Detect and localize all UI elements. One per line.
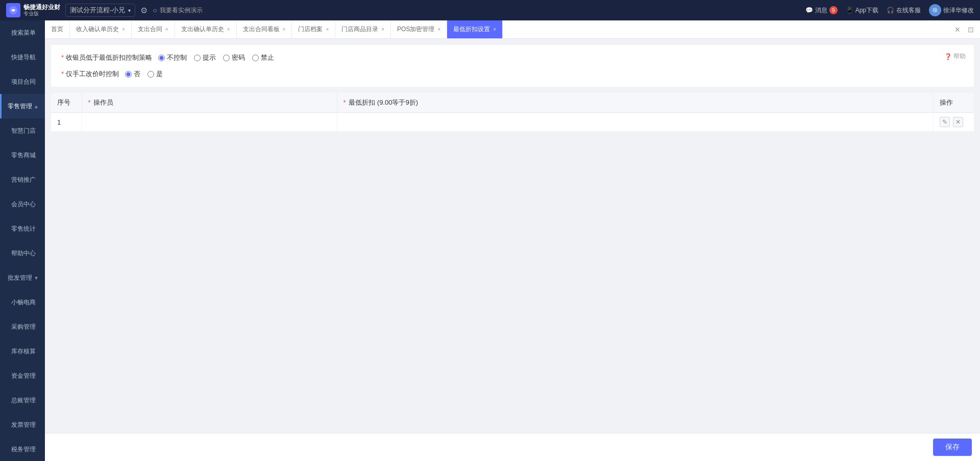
radio-password[interactable]: 密码 <box>223 53 245 62</box>
inventory-label: 库存核算 <box>11 347 36 356</box>
topbar-right: 💬 消息 9 📱 App下载 🎧 在线客服 徐 徐泽华修改 <box>805 4 974 16</box>
action-icons: ✎ ✕ <box>940 117 968 127</box>
sidebar-item-retail-stats[interactable]: 零售统计 <box>0 216 45 241</box>
table-header: 序号 * 操作员 * 最低折扣 (9.00等于9折) <box>51 93 974 113</box>
chevron-up-icon: ▲ <box>34 104 39 109</box>
tab-store-profile-label: 门店档案 <box>298 25 323 34</box>
online-service-button[interactable]: 🎧 在线客服 <box>887 6 921 15</box>
finance-label: 资金管理 <box>11 372 36 380</box>
radio-manual-yes[interactable]: 是 <box>148 69 163 79</box>
sidebar-item-member[interactable]: 会员中心 <box>0 192 45 216</box>
tab-home[interactable]: 首页 <box>45 20 70 38</box>
tab-close-current-icon[interactable]: ✕ <box>952 25 963 35</box>
th-operator: * 操作员 <box>82 93 337 113</box>
project-name: 测试分开流程-小兄 <box>70 6 125 15</box>
settings-icon[interactable]: ⚙ <box>140 6 148 15</box>
help-label: 帮助中心 <box>11 249 36 258</box>
sidebar-item-project[interactable]: 项目合同 <box>0 69 45 94</box>
cell-operator <box>82 113 337 132</box>
required-star: * <box>61 54 64 61</box>
manual-control-row: * 仅手工改价时控制 否 是 <box>61 69 964 79</box>
ledger-label: 总账管理 <box>11 396 36 405</box>
invoice-label: 发票管理 <box>11 421 36 429</box>
th-required-discount: * <box>344 99 346 106</box>
app-download-button[interactable]: 📱 App下载 <box>846 6 878 15</box>
sidebar-item-smart-store[interactable]: 智慧门店 <box>0 118 45 143</box>
sidebar-item-retail-mall[interactable]: 零售商城 <box>0 143 45 167</box>
tab-store-profile-close[interactable]: × <box>326 27 329 32</box>
tab-expense-history[interactable]: 支出确认单历史 × <box>175 20 237 38</box>
retail-stats-label: 零售统计 <box>11 225 36 233</box>
radio-forbid[interactable]: 禁止 <box>252 53 274 62</box>
message-button[interactable]: 💬 消息 9 <box>805 6 838 15</box>
tabs-controls: ✕ ⊡ <box>948 25 980 35</box>
tab-income-history[interactable]: 收入确认单历史 × <box>70 20 132 38</box>
tab-home-label: 首页 <box>51 25 63 34</box>
table-panel: 序号 * 操作员 * 最低折扣 (9.00等于9折) <box>51 93 974 132</box>
message-icon: 💬 <box>805 7 813 14</box>
tab-store-catalog-close[interactable]: × <box>381 27 384 32</box>
shortcuts-label: 快捷导航 <box>11 53 36 62</box>
th-required-operator: * <box>88 99 91 106</box>
user-info[interactable]: 徐 徐泽华修改 <box>929 4 974 16</box>
cell-seq: 1 <box>51 113 82 132</box>
th-action: 操作 <box>933 93 974 113</box>
discount-control-label: * 收银员低于最低折扣控制策略 <box>61 53 152 62</box>
tab-expense-board-close[interactable]: × <box>283 27 286 32</box>
tab-min-discount[interactable]: 最低折扣设置 × <box>447 20 503 38</box>
discount-control-row: * 收银员低于最低折扣控制策略 不控制 提示 <box>61 53 964 62</box>
tab-pos-encrypt[interactable]: POS加密管理 × <box>391 20 447 38</box>
demo-link[interactable]: ○ 我要看实例演示 <box>153 6 202 15</box>
logo-text: 畅捷通好业财 专业版 <box>23 4 60 17</box>
edit-row-button[interactable]: ✎ <box>940 117 950 127</box>
app-download-label: App下载 <box>855 6 878 15</box>
help-link-label: 帮助 <box>953 52 966 61</box>
tab-expense-contract-close[interactable]: × <box>165 27 168 32</box>
tab-expense-history-close[interactable]: × <box>227 27 230 32</box>
sidebar-item-ecommerce[interactable]: 小畅电商 <box>0 290 45 314</box>
tab-expense-board[interactable]: 支出合同看板 × <box>237 20 292 38</box>
marketing-label: 营销推广 <box>11 176 36 184</box>
manual-control-label: * 仅手工改价时控制 <box>61 69 119 79</box>
page-content: ❓ 帮助 * 收银员低于最低折扣控制策略 不控制 <box>45 39 980 433</box>
smart-store-label: 智慧门店 <box>11 127 36 135</box>
th-seq: 序号 <box>51 93 82 113</box>
sidebar-item-ledger[interactable]: 总账管理 <box>0 388 45 413</box>
topbar-left: 畅捷通好业财 专业版 测试分开流程-小兄 ▾ ⚙ ○ 我要看实例演示 <box>6 3 203 17</box>
discount-control-options: 不控制 提示 密码 禁止 <box>158 53 274 62</box>
radio-hint[interactable]: 提示 <box>194 53 216 62</box>
sidebar-item-shortcuts[interactable]: 快捷导航 <box>0 45 45 69</box>
project-selector[interactable]: 测试分开流程-小兄 ▾ <box>65 4 135 17</box>
tab-store-catalog[interactable]: 门店商品目录 × <box>335 20 391 38</box>
table-scroll: 序号 * 操作员 * 最低折扣 (9.00等于9折) <box>51 93 974 132</box>
tab-pos-encrypt-close[interactable]: × <box>437 27 440 32</box>
sidebar-item-purchase[interactable]: 采购管理 <box>0 314 45 339</box>
tab-store-catalog-label: 门店商品目录 <box>341 25 378 34</box>
chevron-down-icon: ▼ <box>34 275 39 281</box>
tab-min-discount-label: 最低折扣设置 <box>453 25 490 34</box>
message-badge: 9 <box>829 6 838 14</box>
tab-menu-icon[interactable]: ⊡ <box>966 25 976 35</box>
sidebar-item-invoice[interactable]: 发票管理 <box>0 413 45 437</box>
tab-expense-contract[interactable]: 支出合同 × <box>132 20 175 38</box>
chevron-down-icon: ▾ <box>128 8 131 13</box>
sidebar-item-help[interactable]: 帮助中心 <box>0 241 45 265</box>
sidebar-item-marketing[interactable]: 营销推广 <box>0 167 45 192</box>
sidebar-item-tax[interactable]: 税务管理 <box>0 437 45 461</box>
tab-store-profile[interactable]: 门店档案 × <box>292 20 335 38</box>
demo-link-label: 我要看实例演示 <box>160 6 203 15</box>
radio-no-control[interactable]: 不控制 <box>158 53 187 62</box>
sidebar-item-retail[interactable]: 零售管理 ▲ <box>0 94 45 118</box>
tab-min-discount-close[interactable]: × <box>493 27 496 32</box>
sidebar-item-finance[interactable]: 资金管理 <box>0 363 45 388</box>
delete-row-button[interactable]: ✕ <box>953 117 963 127</box>
sidebar-item-search[interactable]: 搜索菜单 <box>0 20 45 45</box>
sidebar-item-inventory[interactable]: 库存核算 <box>0 339 45 363</box>
radio-manual-no[interactable]: 否 <box>125 69 140 79</box>
save-button[interactable]: 保存 <box>933 439 972 456</box>
message-label: 消息 <box>815 6 827 15</box>
wholesale-label: 批发管理 <box>8 274 32 282</box>
help-link[interactable]: ❓ 帮助 <box>944 52 966 61</box>
sidebar-item-wholesale[interactable]: 批发管理 ▼ <box>0 265 45 290</box>
tab-income-history-close[interactable]: × <box>122 27 125 32</box>
